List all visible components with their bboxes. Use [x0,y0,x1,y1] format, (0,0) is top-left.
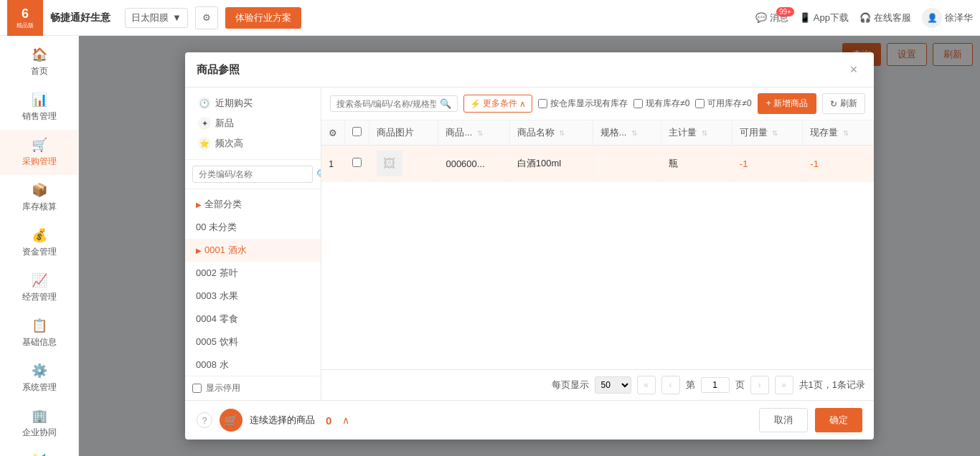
available-nonzero-label: 可用库存≠0 [707,98,751,110]
col-spec-sort: ⇅ [631,129,637,137]
category-search-input[interactable] [192,166,313,183]
right-panel: 🔍 ⚡ 更多条件 ∧ 按仓库显示现有库存 [321,87,874,400]
filter-available-nonzero[interactable]: 可用库存≠0 [695,98,751,110]
search-icon[interactable]: 🔍 [440,98,451,109]
collapse-selection-button[interactable]: ∧ [342,414,349,426]
filter-stock-nonzero[interactable]: 现有库存≠0 [633,98,689,110]
col-spec[interactable]: 规格... ⇅ [593,120,661,146]
sidebar-item-operations[interactable]: 📈 经营管理 [0,265,78,310]
product-thumbnail: 🖼 [377,151,402,176]
col-current-sort: ⇅ [843,129,849,137]
refresh-button[interactable]: ↻ 刷新 [822,93,865,114]
col-name[interactable]: 商品名称 ⇅ [509,120,593,146]
last-page-button[interactable]: » [775,376,793,394]
filter-more-label: 更多条件 [483,98,517,110]
service-nav-item[interactable]: 🎧 在线客服 [859,11,911,24]
category-list: ▶ 全部分类 00 未分类 ▶ 0001 酒水 0002 茶 [185,189,321,376]
sidebar-item-guide[interactable]: 🔰 新手引导 [0,446,78,456]
dialog-close-button[interactable]: × [845,61,862,78]
col-unit[interactable]: 主计量 ⇅ [661,120,732,146]
cart-icon-button[interactable]: 🛒 [220,409,242,432]
help-button[interactable]: ? [197,412,212,428]
store-selector[interactable]: 日太阳膜 ▼ [125,8,188,28]
filter-more-button[interactable]: ⚡ 更多条件 ∧ [463,95,532,113]
show-inventory-label: 按仓库显示现有库存 [550,98,628,110]
sidebar-item-sales[interactable]: 📊 销售管理 [0,85,78,130]
sidebar-item-home[interactable]: 🏠 首页 [0,39,78,85]
app-download-nav-item[interactable]: 📱 App下载 [799,11,849,24]
col-available-label: 可用量 [740,127,768,138]
table-row[interactable]: 1 🖼 000600... 白酒100ml [321,146,874,182]
page-size-select[interactable]: 20 50 100 [595,376,631,394]
sidebar-item-enterprise[interactable]: 🏢 企业协同 [0,401,78,446]
cat-item-snacks[interactable]: 0004 零食 [185,308,321,331]
confirm-button[interactable]: 确定 [815,408,862,432]
cancel-button[interactable]: 取消 [759,408,808,432]
prev-page-button[interactable]: ‹ [661,376,680,394]
product-table: ⚙ 商品图片 商品... ⇅ 商品名称 [321,120,874,182]
cat-tea-label: 0002 茶叶 [196,267,238,280]
page-suffix: 页 [735,379,745,391]
settings-button[interactable]: ⚙ [195,6,218,29]
cat-item-liquor[interactable]: ▶ 0001 酒水 [185,239,321,262]
cat-item-fruit[interactable]: 0003 水果 [185,285,321,308]
dialog-footer: ? 🛒 连续选择的商品 0 ∧ 取消 确定 [185,400,874,440]
row-select-checkbox[interactable] [352,158,362,167]
filter-icon: ⚡ [470,99,481,109]
table-header-row: ⚙ 商品图片 商品... ⇅ 商品名称 [321,120,874,146]
stock-nonzero-checkbox[interactable] [633,99,643,108]
category-search-area: 🔍 [185,160,321,189]
filter-show-inventory[interactable]: 按仓库显示现有库存 [538,98,628,110]
col-code-label: 商品... [446,127,472,138]
col-available[interactable]: 可用量 ⇅ [732,120,803,146]
select-all-checkbox[interactable] [352,127,362,136]
sidebar-item-purchase-label: 采购管理 [22,156,57,168]
continuous-label: 连续选择的商品 [250,414,315,427]
cat-item-tea[interactable]: 0002 茶叶 [185,262,321,285]
col-settings[interactable]: ⚙ [321,120,345,146]
first-page-button[interactable]: « [637,376,656,394]
quick-new[interactable]: ✦ 新品 [192,113,314,133]
cat-item-water[interactable]: 0008 水 [185,353,321,376]
quick-frequent[interactable]: ⭐ 频次高 [192,133,314,153]
filter-chevron-icon: ∧ [519,99,526,109]
row-unit: 瓶 [661,146,732,182]
inventory-icon: 📦 [32,182,47,198]
row-seq: 1 [321,146,345,182]
available-nonzero-checkbox[interactable] [695,99,705,108]
message-nav-item[interactable]: 💬 消息 99+ [755,11,788,24]
col-code[interactable]: 商品... ⇅ [438,120,509,146]
cat-item-all[interactable]: ▶ 全部分类 [185,193,321,216]
col-current[interactable]: 现存量 ⇅ [803,120,874,146]
guide-icon: 🔰 [32,453,47,456]
sidebar-item-inventory[interactable]: 📦 库存核算 [0,175,78,220]
show-disabled-checkbox[interactable] [192,384,202,393]
sidebar-item-finance[interactable]: 💰 资金管理 [0,220,78,265]
basics-icon: 📋 [32,318,47,333]
cat-item-uncategorized[interactable]: 00 未分类 [185,216,321,239]
sidebar-item-basics[interactable]: 📋 基础信息 [0,310,78,356]
show-inventory-checkbox[interactable] [538,99,547,108]
quick-new-label: 新品 [215,117,234,130]
cat-item-drinks[interactable]: 0005 饮料 [185,331,321,353]
home-icon: 🏠 [32,47,47,62]
operations-icon: 📈 [32,272,47,288]
pagination-bar: 每页显示 20 50 100 « ‹ 第 页 › [321,369,874,400]
sidebar-item-purchase[interactable]: 🛒 采购管理 [0,130,78,175]
product-search-input[interactable] [336,99,436,109]
avatar: 👤 [922,8,942,28]
add-product-button[interactable]: + 新增商品 [758,93,816,114]
user-nav-item[interactable]: 👤 徐泽华 [922,8,973,28]
next-page-button[interactable]: › [750,376,769,394]
service-label: 在线客服 [874,11,911,24]
service-icon: 🎧 [859,12,871,23]
col-unit-sort: ⇅ [702,129,707,137]
row-spec [593,146,661,182]
experience-button[interactable]: 体验行业方案 [225,7,301,29]
sidebar-item-system[interactable]: ⚙️ 系统管理 [0,356,78,401]
page-number-input[interactable] [701,377,730,393]
quick-recent[interactable]: 🕐 近期购买 [192,93,314,113]
category-search-icon[interactable]: 🔍 [316,169,321,180]
quick-access-section: 🕐 近期购买 ✦ 新品 ⭐ 频次高 [185,87,321,160]
app-logo: 6 精品版 [7,0,43,36]
